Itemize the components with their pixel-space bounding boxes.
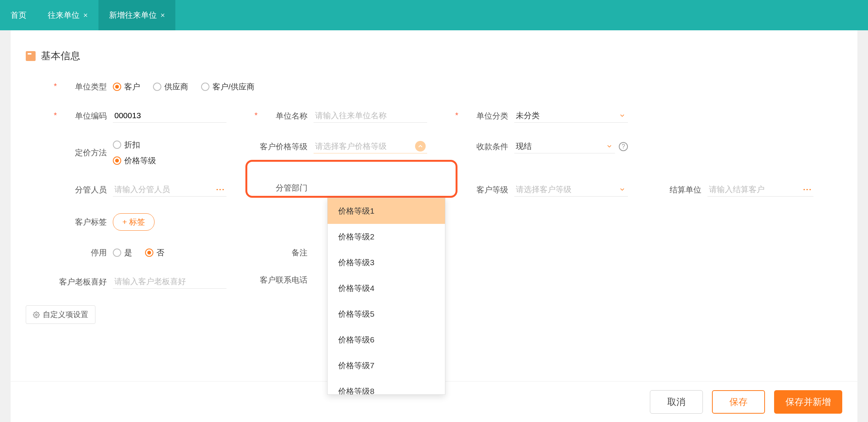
price-level-option[interactable]: 价格等级1 xyxy=(328,198,445,224)
tab-label: 首页 xyxy=(11,10,27,20)
help-icon[interactable]: ? xyxy=(619,142,628,151)
radio-yes[interactable]: 是 xyxy=(113,247,132,258)
cancel-button[interactable]: 取消 xyxy=(650,390,703,414)
unit-type-radios: 客户 供应商 客户/供应商 xyxy=(113,81,254,92)
label-dept: 分管部门 xyxy=(249,183,314,193)
label-boss-pref: 客户老板喜好 xyxy=(48,277,113,287)
price-level-option[interactable]: 价格等级5 xyxy=(328,301,445,327)
section-header-basic: 基本信息 xyxy=(26,49,842,63)
radio-no[interactable]: 否 xyxy=(145,247,164,258)
plus-icon: + xyxy=(122,217,127,227)
chevron-up-icon xyxy=(415,141,426,152)
label-disabled: 停用 xyxy=(48,247,113,258)
page-card: 基本信息 *单位类型 客户 供应商 客户/供应商 *单位编码 *单位名称 xyxy=(11,30,857,422)
label-unit-category: *单位分类 xyxy=(450,111,514,121)
manager-input[interactable]: 请输入分管人员 ··· xyxy=(113,183,226,197)
label-receipt-terms: 收款条件 xyxy=(450,141,514,152)
radio-price-level[interactable]: 价格等级 xyxy=(113,155,156,166)
save-button[interactable]: 保存 xyxy=(712,390,765,414)
gear-icon xyxy=(33,311,40,318)
price-level-option[interactable]: 价格等级2 xyxy=(328,224,445,250)
label-unit-name: *单位名称 xyxy=(249,111,314,121)
tab-label: 新增往来单位 xyxy=(109,10,157,20)
custom-fields-button[interactable]: 自定义项设置 xyxy=(26,305,95,324)
unit-category-select[interactable]: 未分类 xyxy=(514,109,628,123)
section-title: 基本信息 xyxy=(41,49,80,63)
disabled-radios: 是 否 xyxy=(113,247,164,258)
chevron-down-icon xyxy=(618,185,626,194)
receipt-terms-select[interactable]: 现结 xyxy=(514,139,615,153)
price-level-dropdown: 价格等级1价格等级2价格等级3价格等级4价格等级5价格等级6价格等级7价格等级8 xyxy=(327,198,445,395)
chevron-down-icon xyxy=(618,111,626,120)
more-icon: ··· xyxy=(803,185,812,194)
price-level-option[interactable]: 价格等级6 xyxy=(328,327,445,353)
label-unit-type: *单位类型 xyxy=(48,81,113,92)
save-and-new-button[interactable]: 保存并新增 xyxy=(774,390,842,414)
price-level-option[interactable]: 价格等级3 xyxy=(328,250,445,275)
radio-discount[interactable]: 折扣 xyxy=(113,139,156,150)
label-tags: 客户标签 xyxy=(48,217,113,227)
tab-bar: 首页 往来单位 × 新增往来单位 × xyxy=(0,0,868,30)
price-level-select[interactable]: 请选择客户价格等级 xyxy=(314,139,427,153)
close-icon[interactable]: × xyxy=(161,11,165,20)
label-customer-level: 客户等级 xyxy=(450,184,514,195)
radio-supplier[interactable]: 供应商 xyxy=(153,81,188,92)
label-remark: 备注 xyxy=(249,247,314,258)
section-icon xyxy=(26,51,36,61)
settlement-unit-input[interactable]: 请输入结算客户 ··· xyxy=(707,183,813,197)
customer-level-select[interactable]: 请选择客户等级 xyxy=(514,183,628,197)
label-settlement-unit: 结算单位 xyxy=(651,184,707,195)
unit-code-input[interactable] xyxy=(113,109,226,123)
label-price-level: 客户价格等级 xyxy=(249,141,314,152)
close-icon[interactable]: × xyxy=(83,11,88,20)
more-icon: ··· xyxy=(216,185,225,194)
tab-contacts[interactable]: 往来单位 × xyxy=(37,0,98,30)
radio-customer[interactable]: 客户 xyxy=(113,81,140,92)
svg-point-0 xyxy=(36,314,37,316)
label-phone: 客户联系电话 xyxy=(249,275,314,285)
label-manager: 分管人员 xyxy=(48,184,113,195)
label-unit-code: *单位编码 xyxy=(48,111,113,121)
radio-both[interactable]: 客户/供应商 xyxy=(201,81,254,92)
price-level-option[interactable]: 价格等级7 xyxy=(328,353,445,378)
add-tag-button[interactable]: +标签 xyxy=(113,213,155,231)
price-level-option[interactable]: 价格等级4 xyxy=(328,275,445,301)
tab-label: 往来单位 xyxy=(48,10,80,20)
boss-pref-input[interactable] xyxy=(113,275,226,289)
price-level-option[interactable]: 价格等级8 xyxy=(328,378,445,394)
unit-name-input[interactable] xyxy=(314,109,427,123)
label-pricing-method: 定价方法 xyxy=(48,147,113,158)
tab-home[interactable]: 首页 xyxy=(0,0,37,30)
chevron-down-icon xyxy=(605,142,614,150)
tab-new-contact[interactable]: 新增往来单位 × xyxy=(98,0,176,30)
pricing-method-radios: 折扣 价格等级 xyxy=(113,139,156,166)
